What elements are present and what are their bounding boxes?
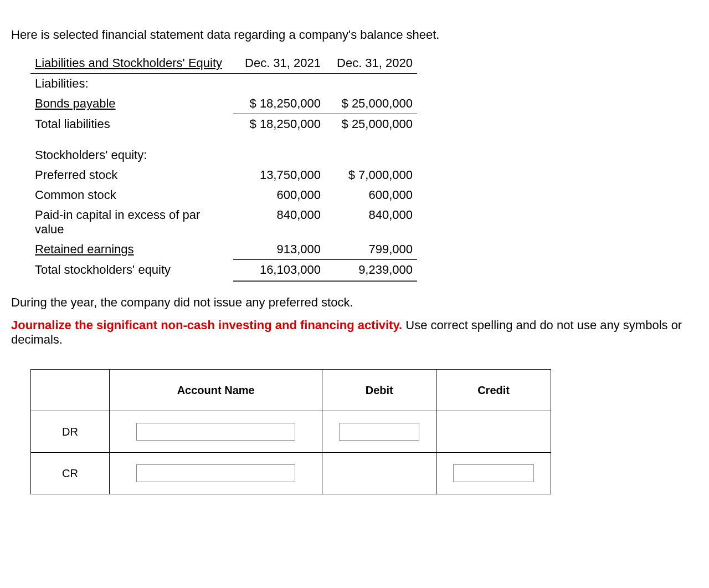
cr-debit-cell — [322, 453, 436, 494]
stockholders-equity-section-label: Stockholders' equity: — [30, 145, 233, 165]
journal-header-account: Account Name — [110, 370, 322, 411]
intro-text: Here is selected financial statement dat… — [11, 28, 698, 42]
journal-header-blank — [31, 370, 110, 411]
common-stock-2021: 600,000 — [233, 185, 325, 205]
dr-account-name-input[interactable] — [136, 423, 295, 441]
preferred-stock-label: Preferred stock — [30, 165, 233, 185]
cr-account-name-input[interactable] — [136, 464, 295, 482]
bonds-payable-label: Bonds payable — [30, 94, 233, 114]
preferred-stock-2021: 13,750,000 — [233, 165, 325, 185]
journal-row-cr-label: CR — [31, 453, 110, 494]
apic-2021: 840,000 — [233, 205, 325, 239]
bonds-payable-2021: $ 18,250,000 — [233, 94, 325, 114]
header-label: Liabilities and Stockholders' Equity — [30, 53, 233, 74]
bonds-payable-2020: $ 25,000,000 — [325, 94, 417, 114]
dr-credit-cell — [436, 411, 551, 453]
retained-earnings-2021: 913,000 — [233, 239, 325, 260]
common-stock-label: Common stock — [30, 185, 233, 205]
liabilities-section-label: Liabilities: — [30, 74, 233, 94]
dr-debit-input[interactable] — [339, 423, 419, 441]
cr-credit-input[interactable] — [453, 464, 534, 482]
preferred-stock-2020: $ 7,000,000 — [325, 165, 417, 185]
total-stockholders-equity-2020: 9,239,000 — [325, 260, 417, 281]
journal-row-dr-label: DR — [31, 411, 110, 453]
total-stockholders-equity-label: Total stockholders' equity — [30, 260, 233, 281]
retained-earnings-label: Retained earnings — [30, 239, 233, 260]
apic-label: Paid-in capital in excess of par value — [30, 205, 233, 239]
header-date-2020: Dec. 31, 2020 — [325, 53, 417, 74]
journal-entry-table: Account Name Debit Credit DR CR — [30, 369, 551, 494]
note-text: During the year, the company did not iss… — [11, 295, 698, 310]
balance-sheet-table: Liabilities and Stockholders' Equity Dec… — [30, 53, 417, 282]
total-liabilities-2021: $ 18,250,000 — [233, 114, 325, 135]
journal-header-debit: Debit — [322, 370, 436, 411]
header-date-2021: Dec. 31, 2021 — [233, 53, 325, 74]
total-liabilities-2020: $ 25,000,000 — [325, 114, 417, 135]
apic-2020: 840,000 — [325, 205, 417, 239]
instruction-text: Journalize the significant non-cash inve… — [11, 318, 698, 347]
journal-header-credit: Credit — [436, 370, 551, 411]
instruction-red: Journalize the significant non-cash inve… — [11, 318, 402, 332]
total-stockholders-equity-2021: 16,103,000 — [233, 260, 325, 281]
total-liabilities-label: Total liabilities — [30, 114, 233, 135]
common-stock-2020: 600,000 — [325, 185, 417, 205]
retained-earnings-2020: 799,000 — [325, 239, 417, 260]
